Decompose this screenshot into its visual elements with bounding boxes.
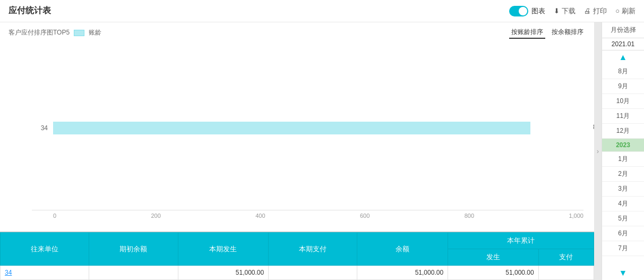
cell-unit[interactable]: 34 <box>1 266 89 280</box>
chart-legend: 客户应付排序图TOP5 账龄 <box>8 28 101 37</box>
col-ytd-group: 本年累计 <box>448 233 594 249</box>
page-title: 应付统计表 <box>8 5 51 16</box>
chart-area: 客户应付排序图TOP5 账龄 按账龄排序 按余额排序 34 856天 <box>0 22 594 280</box>
sidebar-label: 7月 <box>618 244 628 252</box>
chart-toggle[interactable] <box>509 6 528 16</box>
bar <box>53 122 530 134</box>
sort-by-balance-btn[interactable]: 按账龄排序 <box>509 27 545 39</box>
sidebar-item-feb[interactable]: 2月 <box>602 167 644 182</box>
legend-box <box>74 30 84 36</box>
sidebar-label: 9月 <box>618 82 628 90</box>
print-button[interactable]: 🖨 打印 <box>584 6 607 16</box>
page-container: 应付统计表 图表 ⬇ 下载 🖨 打印 ○ 刷新 <box>0 0 644 280</box>
col-current-pay: 本期支付 <box>269 233 357 266</box>
sidebar-item-apr[interactable]: 4月 <box>602 197 644 211</box>
col-current-occur: 本期发生 <box>178 233 269 266</box>
sidebar-label: 3月 <box>618 185 628 192</box>
bar-wrapper: 856天 <box>53 122 583 134</box>
header: 应付统计表 图表 ⬇ 下载 🖨 打印 ○ 刷新 <box>0 0 644 22</box>
bar-row: 34 856天 <box>32 122 583 134</box>
refresh-button[interactable]: ○ 刷新 <box>615 6 636 16</box>
download-button[interactable]: ⬇ 下载 <box>554 6 576 16</box>
sidebar-expand[interactable]: › <box>594 22 602 280</box>
sidebar-date-value[interactable]: 2021.01 <box>602 38 644 50</box>
sidebar-header: 月份选择 <box>602 22 644 38</box>
sidebar-item-sep[interactable]: 9月 <box>602 79 644 94</box>
sidebar-item-oct[interactable]: 10月 <box>602 94 644 109</box>
col-balance: 余额 <box>357 233 448 266</box>
expand-icon: › <box>597 148 599 155</box>
x-axis-600: 600 <box>360 213 370 219</box>
sidebar-label: 2月 <box>618 170 628 177</box>
sidebar-label: 5月 <box>618 215 628 222</box>
sidebar-label: 8月 <box>618 67 628 75</box>
sort-by-amount-btn[interactable]: 按余额排序 <box>549 27 586 39</box>
cell-opening <box>89 266 178 280</box>
x-axis-200: 200 <box>151 213 161 219</box>
sidebar-label: 12月 <box>616 127 630 134</box>
print-label: 打印 <box>593 6 607 16</box>
x-axis-400: 400 <box>255 213 265 219</box>
sidebar-item-jun[interactable]: 6月 <box>602 226 644 241</box>
refresh-icon: ○ <box>615 7 620 15</box>
sidebar-item-jul[interactable]: 7月 <box>602 241 644 256</box>
main-area: 客户应付排序图TOP5 账龄 按账龄排序 按余额排序 34 856天 <box>0 22 644 280</box>
x-axis-800: 800 <box>465 213 474 219</box>
refresh-label: 刷新 <box>622 6 636 16</box>
sidebar-scroll: 8月 9月 10月 11月 12月 2023 1月 2月 3月 4月 5月 6月… <box>602 64 644 266</box>
chart-controls: 客户应付排序图TOP5 账龄 按账龄排序 按余额排序 <box>0 22 594 43</box>
table-area: 往来单位 期初余额 本期发生 本期支付 余额 本年累计 发生 支付 <box>0 231 594 280</box>
sidebar-down-arrow[interactable]: ▼ <box>602 266 644 280</box>
bar-chart: 34 856天 <box>32 48 583 210</box>
legend-text: 客户应付排序图TOP5 <box>8 28 70 37</box>
header-actions: 图表 ⬇ 下载 🖨 打印 ○ 刷新 <box>509 6 636 16</box>
sidebar-item-aug[interactable]: 8月 <box>602 64 644 79</box>
col-ytd-occur: 发生 <box>448 249 539 266</box>
chart-toggle-label: 图表 <box>531 6 545 16</box>
right-sidebar: 月份选择 2021.01 ▲ 8月 9月 10月 11月 12月 2023 1月… <box>602 22 644 280</box>
sidebar-item-may[interactable]: 5月 <box>602 211 644 226</box>
sort-buttons: 按账龄排序 按余额排序 <box>509 27 586 39</box>
download-icon: ⬇ <box>554 7 560 15</box>
data-table: 往来单位 期初余额 本期发生 本期支付 余额 本年累计 发生 支付 <box>0 232 594 280</box>
col-unit: 往来单位 <box>1 233 89 266</box>
sidebar-label: 2023 <box>616 141 630 149</box>
x-axis: 0 200 400 600 800 1,000 <box>32 210 583 219</box>
sidebar-item-dec[interactable]: 12月 <box>602 124 644 139</box>
col-opening: 期初余额 <box>89 233 178 266</box>
sidebar-label: 11月 <box>616 112 630 120</box>
sidebar-label: 10月 <box>616 97 630 105</box>
x-axis-0: 0 <box>53 213 56 219</box>
sidebar-up-arrow[interactable]: ▲ <box>602 50 644 64</box>
sidebar-item-nov[interactable]: 11月 <box>602 109 644 124</box>
sidebar-label: 4月 <box>618 200 628 207</box>
sidebar-label: 6月 <box>618 230 628 237</box>
x-axis-1000: 1,000 <box>569 213 583 219</box>
sidebar-item-jan[interactable]: 1月 <box>602 152 644 167</box>
legend-box-label: 账龄 <box>89 28 101 37</box>
cell-ytd-occur: 51,000.00 <box>448 266 539 280</box>
download-label: 下载 <box>562 6 576 16</box>
cell-balance: 51,000.00 <box>357 266 448 280</box>
cell-current-pay <box>269 266 357 280</box>
chart-toggle-wrapper: 图表 <box>509 6 545 16</box>
cell-current-occur: 51,000.00 <box>178 266 269 280</box>
bar-label: 34 <box>32 124 48 132</box>
col-ytd-pay: 支付 <box>538 249 594 266</box>
sidebar-label: 1月 <box>618 155 628 163</box>
cell-ytd-pay <box>538 266 594 280</box>
toggle-knob <box>519 7 527 15</box>
table-row: 34 51,000.00 51,000.00 51,000.00 <box>1 266 594 280</box>
print-icon: 🖨 <box>584 7 591 15</box>
sidebar-item-year2023[interactable]: 2023 <box>602 139 644 152</box>
chart-container: 34 856天 0 200 400 600 800 1,000 <box>0 43 594 231</box>
bar-end-label: 856天 <box>593 123 594 132</box>
sidebar-item-mar[interactable]: 3月 <box>602 182 644 197</box>
